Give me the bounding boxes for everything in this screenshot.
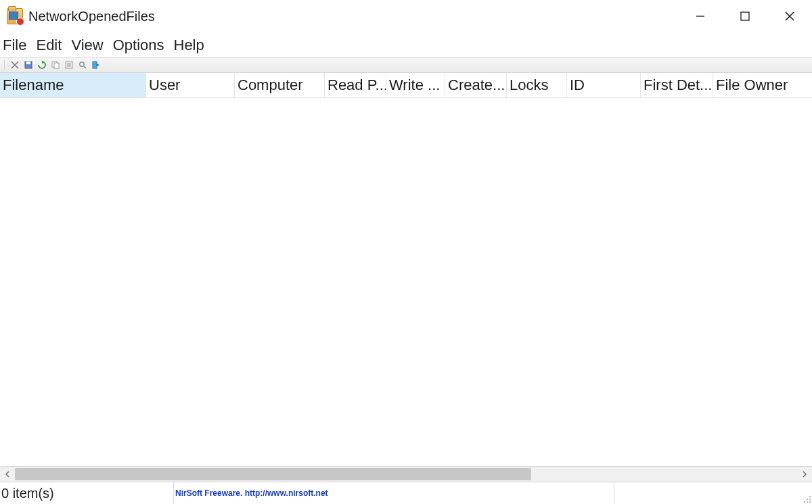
menu-options[interactable]: Options — [112, 35, 171, 55]
menu-file[interactable]: File — [1, 35, 33, 55]
status-bar: 0 item(s) NirSoft Freeware. http://www.n… — [0, 482, 812, 504]
horizontal-scrollbar[interactable] — [0, 466, 812, 482]
toolbar-separator — [4, 60, 5, 70]
column-write-perm[interactable]: Write ... — [386, 73, 445, 97]
column-headers: Filename User Computer Read P... Write .… — [0, 73, 812, 98]
title-bar[interactable]: NetworkOpenedFiles — [0, 0, 812, 32]
menu-edit[interactable]: Edit — [35, 35, 68, 55]
svg-marker-18 — [97, 64, 99, 66]
scrollbar-track[interactable] — [15, 467, 797, 482]
app-icon — [7, 8, 23, 24]
svg-rect-10 — [54, 63, 59, 68]
column-computer[interactable]: Computer — [235, 73, 325, 97]
menu-view[interactable]: View — [70, 35, 110, 55]
column-file-owner[interactable]: File Owner — [713, 73, 812, 97]
column-filename[interactable]: Filename — [0, 73, 146, 97]
status-credit-text: NirSoft Freeware. http://www.nirsoft.net — [175, 488, 328, 498]
app-window: NetworkOpenedFiles File Edit View Option… — [0, 0, 812, 504]
toolbar — [0, 58, 812, 73]
find-icon[interactable] — [78, 60, 87, 70]
status-credit: NirSoft Freeware. http://www.nirsoft.net — [173, 482, 614, 504]
window-title: NetworkOpenedFiles — [28, 9, 155, 24]
column-read-perm[interactable]: Read P... — [325, 73, 386, 97]
svg-line-16 — [84, 66, 86, 68]
svg-rect-7 — [26, 62, 30, 64]
status-empty-cell — [614, 482, 812, 504]
resize-grip-icon[interactable] — [800, 492, 811, 503]
svg-point-15 — [80, 62, 84, 66]
status-item-count: 0 item(s) — [0, 482, 173, 504]
list-body[interactable] — [0, 98, 812, 466]
scroll-right-button[interactable] — [797, 467, 812, 482]
menu-bar: File Edit View Options Help — [0, 32, 812, 58]
window-controls — [678, 0, 812, 32]
svg-rect-17 — [93, 62, 97, 68]
svg-rect-1 — [741, 12, 749, 20]
column-user[interactable]: User — [146, 73, 235, 97]
minimize-button[interactable] — [678, 0, 723, 32]
save-icon[interactable] — [24, 60, 33, 70]
copy-icon[interactable] — [51, 60, 60, 70]
column-id[interactable]: ID — [567, 73, 641, 97]
column-first-det[interactable]: First Det... — [641, 73, 713, 97]
scrollbar-thumb[interactable] — [15, 468, 531, 480]
properties-icon[interactable] — [64, 60, 74, 70]
maximize-button[interactable] — [723, 0, 767, 32]
close-file-icon[interactable] — [10, 60, 20, 70]
column-create-perm[interactable]: Create... — [445, 73, 507, 97]
refresh-icon[interactable] — [37, 60, 47, 70]
exit-icon[interactable] — [91, 60, 101, 70]
scroll-left-button[interactable] — [0, 467, 15, 482]
menu-help[interactable]: Help — [173, 35, 211, 55]
column-locks[interactable]: Locks — [507, 73, 567, 97]
close-button[interactable] — [767, 0, 812, 32]
